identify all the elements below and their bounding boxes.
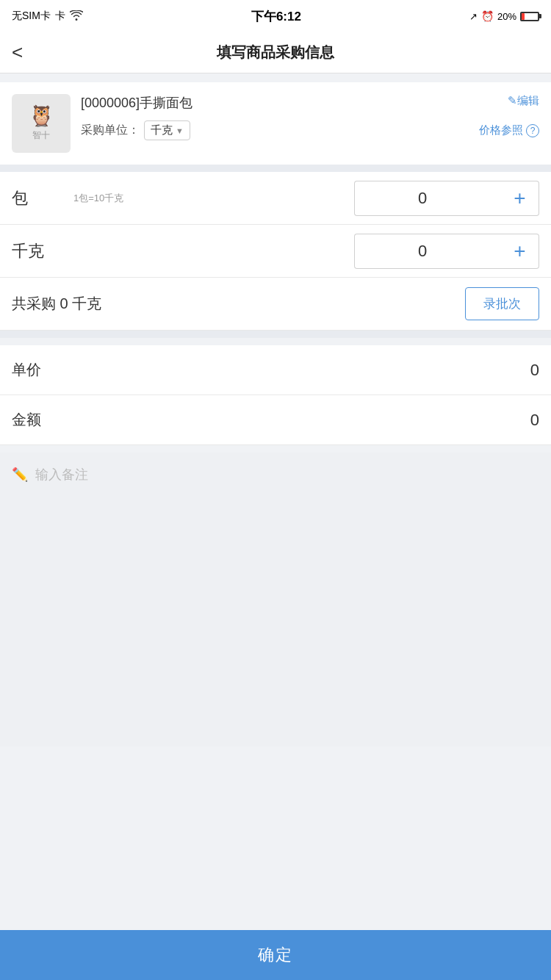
unit-selector-group: 采购单位： 千克 ▼ (81, 120, 190, 140)
carrier-label: 无SIM卡 (12, 10, 51, 23)
product-unit-row: 采购单位： 千克 ▼ 价格参照 ? (81, 120, 539, 140)
battery-percent: 20% (497, 11, 516, 22)
status-time: 下午6:12 (251, 8, 301, 25)
unit-label: 采购单位： (81, 123, 140, 138)
product-image: 🦉 智十 (12, 94, 71, 153)
kilogram-plus-button[interactable]: + (501, 234, 539, 269)
product-logo: 🦉 智十 (29, 106, 54, 142)
summary-text: 共采购 0 千克 (12, 294, 101, 314)
status-right: ↗ ⏰ 20% (469, 10, 539, 22)
product-logo-text: 智十 (29, 129, 54, 142)
status-left: 无SIM卡 卡 (12, 10, 83, 23)
summary-section: 共采购 0 千克 录批次 (0, 278, 551, 331)
unit-value: 千克 (151, 123, 173, 137)
bao-label: 包 (12, 187, 71, 209)
record-batch-button[interactable]: 录批次 (465, 287, 539, 320)
input-section: 包 1包=10千克 + 千克 + (0, 172, 551, 278)
gps-icon: ↗ (469, 11, 478, 22)
back-button[interactable]: < (6, 35, 29, 70)
question-icon: ? (526, 124, 539, 137)
page-title: 填写商品采购信息 (217, 43, 334, 62)
status-bar: 无SIM卡 卡 下午6:12 ↗ ⏰ 20% (0, 0, 551, 32)
bao-plus-button[interactable]: + (501, 181, 539, 216)
bao-input[interactable] (354, 181, 501, 216)
battery-icon (520, 12, 539, 21)
unit-price-label: 单价 (12, 360, 41, 380)
nav-bar: < 填写商品采购信息 (0, 32, 551, 73)
bao-input-group: + (354, 181, 539, 216)
edit-button[interactable]: ✎编辑 (508, 94, 539, 108)
price-ref-label: 价格参照 (479, 123, 523, 137)
section-divider-2 (0, 331, 551, 338)
sim-icon: 卡 (55, 10, 65, 23)
battery-fill (522, 13, 525, 20)
content-filler (0, 497, 551, 746)
kilogram-input[interactable] (354, 234, 501, 269)
alarm-icon: ⏰ (481, 10, 494, 22)
amount-value: 0 (530, 411, 539, 430)
product-header: [0000006]手撕面包 ✎编辑 (81, 94, 539, 112)
unit-select[interactable]: 千克 ▼ (144, 120, 190, 140)
remark-section[interactable]: ✏️ 输入备注 (0, 453, 551, 497)
remark-placeholder: 输入备注 (35, 466, 88, 483)
product-name: [0000006]手撕面包 (81, 94, 192, 112)
unit-price-row: 单价 0 (0, 345, 551, 395)
kilogram-input-group: + (354, 234, 539, 269)
product-card: 🦉 智十 [0000006]手撕面包 ✎编辑 采购单位： 千克 ▼ 价格参照 ? (0, 82, 551, 165)
amount-label: 金额 (12, 410, 41, 430)
price-section: 单价 0 金额 0 (0, 345, 551, 445)
product-info: [0000006]手撕面包 ✎编辑 采购单位： 千克 ▼ 价格参照 ? (81, 94, 539, 140)
kilogram-input-row: 千克 + (0, 225, 551, 278)
price-reference-button[interactable]: 价格参照 ? (479, 123, 539, 137)
chevron-down-icon: ▼ (176, 126, 184, 135)
product-logo-symbol: 🦉 (29, 106, 54, 126)
unit-price-value: 0 (530, 361, 539, 380)
pencil-icon: ✏️ (12, 466, 28, 483)
kilogram-label: 千克 (12, 240, 71, 262)
amount-row: 金额 0 (0, 395, 551, 445)
bao-sublabel: 1包=10千克 (73, 192, 123, 205)
wifi-icon (70, 10, 83, 23)
bao-input-row: 包 1包=10千克 + (0, 172, 551, 225)
section-divider-1 (0, 165, 551, 172)
confirm-button[interactable]: 确定 (0, 930, 551, 980)
